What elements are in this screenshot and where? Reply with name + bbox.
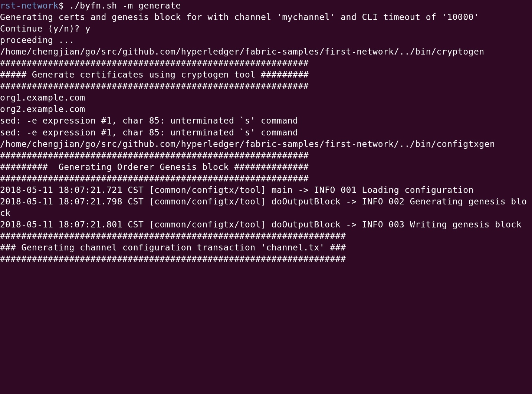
- output-line: /home/chengjian/go/src/github.com/hyperl…: [0, 46, 532, 58]
- output-line: sed: -e expression #1, char 85: untermin…: [0, 127, 532, 138]
- prompt-symbol: $: [59, 1, 69, 10]
- output-line: ########################################…: [0, 173, 532, 184]
- terminal-window[interactable]: rst-network$ ./byfn.sh -m generateGenera…: [0, 0, 532, 265]
- output-line: ########################################…: [0, 150, 532, 161]
- output-line: proceeding ...: [0, 35, 532, 46]
- output-line: org2.example.com: [0, 104, 532, 115]
- output-line: ########################################…: [0, 230, 532, 242]
- output-line: Generating certs and genesis block for w…: [0, 12, 532, 23]
- output-line: ##### Generate certificates using crypto…: [0, 69, 532, 81]
- command-text: ./byfn.sh -m generate: [69, 1, 181, 10]
- output-line: 2018-05-11 18:07:21.721 CST [common/conf…: [0, 184, 532, 196]
- output-line: sed: -e expression #1, char 85: untermin…: [0, 115, 532, 127]
- output-line: Continue (y/n)? y: [0, 23, 532, 35]
- output-line: ### Generating channel configuration tra…: [0, 242, 532, 253]
- output-line: org1.example.com: [0, 92, 532, 104]
- output-line: 2018-05-11 18:07:21.798 CST [common/conf…: [0, 196, 532, 219]
- prompt-path: rst-network: [0, 1, 59, 10]
- output-line: /home/chengjian/go/src/github.com/hyperl…: [0, 138, 532, 150]
- output-line: ########################################…: [0, 81, 532, 92]
- output-line: ########################################…: [0, 253, 532, 265]
- output-line: 2018-05-11 18:07:21.801 CST [common/conf…: [0, 219, 532, 230]
- output-line: ######### Generating Orderer Genesis blo…: [0, 161, 532, 173]
- command-line: rst-network$ ./byfn.sh -m generate: [0, 0, 532, 12]
- output-line: ########################################…: [0, 58, 532, 69]
